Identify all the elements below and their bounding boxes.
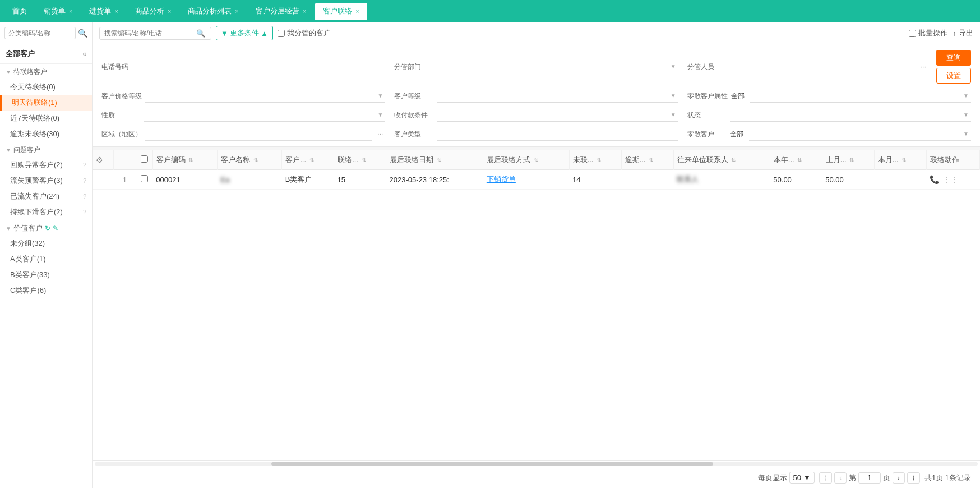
filter-label-dept: 分管部门: [394, 62, 433, 72]
first-page-btn[interactable]: ⟨: [819, 472, 832, 484]
filter-select-price-level[interactable]: ▼: [145, 89, 385, 103]
sidebar-item-lost[interactable]: 已流失客户(24) ?: [0, 188, 92, 204]
nav-goods-analysis[interactable]: 商品分析 ×: [127, 3, 179, 20]
filter-select-region[interactable]: [145, 127, 372, 141]
filter-select-payment[interactable]: ▼: [437, 108, 678, 122]
sort-icon-contact[interactable]: ⇅: [362, 157, 366, 163]
row-last-method[interactable]: 下销货单: [487, 175, 516, 183]
sidebar-item-loss-risk[interactable]: 流失预警客户(3) ?: [0, 173, 92, 188]
setting-button[interactable]: 设置: [936, 68, 971, 84]
sidebar-item-class-b[interactable]: B类客户(33): [0, 267, 92, 283]
chevron-down-icon-zero-cust: ▼: [963, 131, 969, 137]
filter-label-person: 分管人员: [687, 62, 727, 72]
sort-icon-uncontacted[interactable]: ⇅: [597, 157, 601, 163]
my-customers-checkbox-area[interactable]: 我分管的客户: [278, 28, 331, 38]
value-edit-icon[interactable]: ✎: [53, 224, 58, 232]
scrollbar-thumb[interactable]: [271, 462, 713, 466]
col-check-header: [136, 150, 152, 170]
export-btn[interactable]: ↑ 导出: [953, 28, 974, 38]
next-page-btn[interactable]: ›: [893, 472, 905, 484]
select-all-checkbox[interactable]: [141, 155, 148, 163]
sidebar-item-week7[interactable]: 近7天待联络(0): [0, 111, 92, 126]
row-cust-type-cell: B类客户: [282, 170, 334, 190]
value-refresh-icon[interactable]: ↻: [45, 224, 50, 232]
nav-purchase[interactable]: 进货单 ×: [81, 3, 126, 20]
last-page-btn[interactable]: ⟩: [907, 472, 920, 484]
filter-row-status: 状态 ▼: [687, 108, 971, 122]
zero-cust-inline-label: 全部: [730, 130, 743, 139]
nav-purchase-close[interactable]: ×: [114, 8, 118, 15]
sort-icon-last-date[interactable]: ⇅: [437, 157, 441, 163]
nav-goods-analysis-list[interactable]: 商品分析列表 ×: [180, 3, 246, 20]
nav-customer-tier[interactable]: 客户分层经营 ×: [248, 3, 314, 20]
sidebar-item-today[interactable]: 今天待联络(0): [0, 79, 92, 95]
sidebar-search-input[interactable]: [4, 27, 76, 39]
filter-select-nature[interactable]: ▼: [144, 108, 385, 122]
batch-op-btn[interactable]: 批量操作: [909, 28, 947, 38]
filter-select-dept[interactable]: ▼: [437, 60, 678, 73]
sidebar-item-tomorrow[interactable]: 明天待联络(1): [0, 95, 92, 111]
row-last-method-cell[interactable]: 下销货单: [483, 170, 569, 190]
sort-icon-last-method[interactable]: ⇅: [534, 157, 538, 163]
sidebar-item-class-c[interactable]: C类客户(6): [0, 283, 92, 298]
row-name-cell: Ea: [218, 170, 282, 190]
filter-select-person[interactable]: [730, 60, 915, 73]
sort-icon-unit-contact[interactable]: ⇅: [731, 157, 736, 163]
sort-icon-overdue[interactable]: ⇅: [649, 157, 653, 163]
filter-dots-person[interactable]: ···: [918, 62, 928, 72]
sidebar-item-ungrouped[interactable]: 未分组(32): [0, 236, 92, 251]
nav-sales[interactable]: 销货单 ×: [36, 3, 80, 20]
nav-goods-analysis-list-close[interactable]: ×: [235, 8, 238, 15]
sidebar-item-overdue[interactable]: 逾期未联络(30): [0, 126, 92, 142]
nav-goods-analysis-close[interactable]: ×: [168, 8, 171, 15]
filter-label-payment: 收付款条件: [394, 111, 433, 120]
table-row: 1 000021 Ea B类客户: [93, 170, 980, 190]
filter-search-icon[interactable]: 🔍: [196, 29, 205, 38]
nav-customer-contact[interactable]: 客户联络 ×: [315, 3, 367, 20]
filter-select-cust-type[interactable]: [437, 127, 678, 141]
sidebar-all-customers[interactable]: 全部客户 «: [0, 44, 92, 64]
action-call-icon[interactable]: 📞: [930, 175, 939, 184]
sort-icon-name[interactable]: ⇅: [253, 157, 258, 163]
horizontal-scrollbar[interactable]: [93, 460, 980, 467]
page-size-box[interactable]: 50 ▼: [789, 472, 815, 484]
col-code-label: 客户编码: [156, 155, 186, 164]
sidebar-item-class-a[interactable]: A类客户(1): [0, 251, 92, 267]
page-input[interactable]: [858, 472, 881, 484]
more-conditions-btn[interactable]: ▼ 更多条件 ▲: [216, 26, 273, 40]
sort-icon-this-year[interactable]: ⇅: [797, 157, 802, 163]
filter-select-zero-cust[interactable]: ▼: [749, 127, 971, 141]
filter-label-price-level: 客户价格等级: [101, 91, 142, 101]
nav-home[interactable]: 首页: [4, 3, 35, 20]
col-last-month-label: 上月...: [826, 155, 847, 164]
filter-label-zero-attr: 零散客户属性: [687, 91, 728, 101]
action-more-icon[interactable]: ⋮⋮: [942, 175, 958, 184]
filter-search-input[interactable]: [104, 29, 194, 37]
sidebar-search-icon[interactable]: 🔍: [78, 29, 87, 38]
col-action-header: 联络动作: [926, 150, 979, 170]
sort-icon-this-month[interactable]: ⇅: [902, 157, 906, 163]
filter-search-box[interactable]: 🔍: [99, 27, 211, 40]
col-unit-contact-header: 往来单位联系人 ⇅: [673, 150, 770, 170]
filter-dots-region[interactable]: ···: [375, 129, 385, 139]
row-checkbox[interactable]: [141, 175, 148, 182]
filter-select-zero-attr[interactable]: ▼: [750, 89, 971, 103]
my-customers-checkbox[interactable]: [278, 30, 285, 37]
sort-icon-cust-type[interactable]: ⇅: [309, 157, 314, 163]
row-check-cell[interactable]: [136, 170, 152, 190]
filter-select-status[interactable]: ▼: [730, 108, 971, 122]
prev-page-btn[interactable]: ‹: [834, 472, 847, 484]
sort-icon-last-month[interactable]: ⇅: [849, 157, 854, 163]
nav-customer-tier-close[interactable]: ×: [303, 8, 306, 15]
col-settings-icon[interactable]: ⚙: [96, 155, 103, 164]
filter-input-phone[interactable]: [144, 62, 385, 72]
sidebar-item-continuous-decline[interactable]: 持续下滑客户(2) ?: [0, 204, 92, 220]
sidebar-item-repurchase-abnormal[interactable]: 回购异常客户(2) ?: [0, 157, 92, 173]
batch-op-checkbox[interactable]: [909, 30, 916, 37]
col-name-header: 客户名称 ⇅: [218, 150, 282, 170]
sort-icon-code[interactable]: ⇅: [188, 157, 193, 163]
nav-sales-close[interactable]: ×: [69, 8, 72, 15]
nav-customer-contact-close[interactable]: ×: [355, 8, 359, 15]
filter-select-cust-level[interactable]: ▼: [437, 89, 678, 103]
query-button[interactable]: 查询: [936, 50, 971, 66]
